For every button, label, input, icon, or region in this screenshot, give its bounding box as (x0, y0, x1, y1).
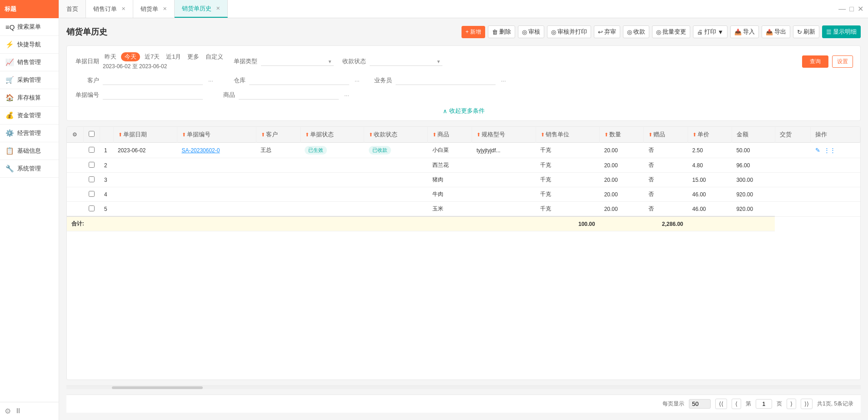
spec-column-header[interactable]: ⬆规格型号 (472, 127, 536, 143)
warehouse-dots[interactable]: ··· (355, 77, 360, 84)
gift-column-header[interactable]: ⬆赠品 (644, 127, 688, 143)
display-button[interactable]: ☰ 显示明细 (822, 25, 861, 38)
delete-button[interactable]: 🗑 删除 (488, 25, 515, 38)
export-button[interactable]: 📤 导出 (762, 25, 790, 38)
shortcut-more[interactable]: 更多 (186, 52, 201, 61)
refresh-button[interactable]: ↻ 刷新 (793, 25, 819, 38)
qty-column-header[interactable]: ⬆数量 (600, 127, 644, 143)
amount-cell: 920.00 (732, 187, 775, 202)
customer-column-header[interactable]: ⬆客户 (256, 127, 300, 143)
sidebar-item-system-mgmt[interactable]: 🔧 系统管理 (0, 160, 59, 178)
unit-price-column-header[interactable]: ⬆单价 (688, 127, 732, 143)
doc-number-cell[interactable] (177, 202, 256, 217)
sidebar-item-operations-mgmt[interactable]: ⚙️ 经营管理 (0, 125, 59, 142)
sidebar-item-sales-mgmt[interactable]: 📈 销售管理 (0, 54, 59, 71)
customer-input[interactable] (103, 76, 203, 85)
print-button[interactable]: 🖨 打印 ▼ (693, 25, 728, 38)
sidebar-item-label: 快捷导航 (17, 40, 41, 49)
row-checkbox[interactable] (89, 205, 95, 211)
settings-column-header[interactable]: ⚙ (67, 127, 83, 143)
payment-status-column-header[interactable]: ⬆收款状态 (364, 127, 428, 143)
select-all-checkbox[interactable] (89, 131, 95, 137)
tab-sales-goods[interactable]: 销货单 ✕ (133, 0, 175, 18)
doc-status-column-header[interactable]: ⬆单据状态 (300, 127, 364, 143)
last-page-button[interactable]: ⟩⟩ (801, 399, 813, 409)
salesperson-input[interactable] (396, 76, 496, 85)
minimize-button[interactable]: — (838, 5, 846, 13)
filter-customer-item: 客户 ··· (74, 76, 213, 85)
review-print-button[interactable]: ◎ 审核并打印 (547, 25, 591, 38)
shortcut-today[interactable]: 今天 (121, 52, 140, 61)
import-button[interactable]: 📥 导入 (730, 25, 759, 38)
payment-status-select[interactable] (370, 57, 442, 66)
tab-close-sales-history[interactable]: ✕ (216, 5, 220, 11)
doc-number-cell[interactable]: SA-20230602-0 (177, 143, 256, 158)
shortcut-7days[interactable]: 近7天 (143, 52, 161, 61)
page-number-input[interactable] (756, 399, 772, 409)
sidebar-item-label: 基础信息 (17, 147, 41, 155)
warehouse-input[interactable] (249, 76, 349, 85)
sidebar-item-inventory[interactable]: 🏠 库存核算 (0, 89, 59, 107)
first-page-button[interactable]: ⟨⟨ (715, 399, 727, 409)
sidebar-item-basic-info[interactable]: 📋 基础信息 (0, 142, 59, 160)
tab-sales-order[interactable]: 销售订单 ✕ (86, 0, 133, 18)
export-icon: 📤 (766, 29, 773, 35)
row-checkbox[interactable] (89, 191, 95, 197)
shortcut-1month[interactable]: 近1月 (164, 52, 183, 61)
tab-close-sales-order[interactable]: ✕ (121, 6, 125, 12)
tab-home[interactable]: 首页 (59, 0, 86, 18)
doc-date-column-header[interactable]: ⬆单据日期 (113, 127, 177, 143)
row-checkbox[interactable] (89, 176, 95, 182)
edit-action[interactable]: ✎ (815, 147, 820, 154)
sidebar-item-quick-nav[interactable]: ⚡ 快捷导航 (0, 36, 59, 54)
tab-close-sales-goods[interactable]: ✕ (163, 6, 167, 12)
checkbox-cell[interactable] (83, 202, 100, 217)
doc-number-column-header[interactable]: ⬆单据编号 (177, 127, 256, 143)
shortcut-custom[interactable]: 自定义 (204, 52, 225, 61)
shortcut-yesterday[interactable]: 昨天 (103, 52, 118, 61)
checkbox-column-header[interactable] (83, 127, 100, 143)
abandon-button[interactable]: ↩ 弃审 (594, 25, 620, 38)
close-window-button[interactable]: ✕ (858, 5, 863, 13)
doc-number-cell[interactable] (177, 173, 256, 187)
new-button[interactable]: + 新增 (462, 26, 485, 38)
goods-column-header[interactable]: ⬆商品 (428, 127, 472, 143)
checkbox-cell[interactable] (83, 187, 100, 202)
sidebar-item-finance-mgmt[interactable]: 💰 资金管理 (0, 107, 59, 125)
sidebar-item-search-menu[interactable]: ≡Q 搜索菜单 (0, 18, 59, 36)
checkbox-cell[interactable] (83, 158, 100, 173)
pause-icon[interactable]: ⏸ (15, 407, 22, 415)
next-page-button[interactable]: ⟩ (787, 399, 796, 409)
unit-column-header[interactable]: ⬆销售单位 (536, 127, 599, 143)
index-cell: 4 (100, 187, 113, 202)
prev-page-button[interactable]: ⟨ (732, 399, 741, 409)
salesperson-dots[interactable]: ··· (501, 77, 506, 84)
goods-dots[interactable]: ··· (344, 92, 349, 99)
checkbox-cell[interactable] (83, 173, 100, 187)
payment-status-cell (364, 158, 428, 173)
doc-number-cell[interactable] (177, 187, 256, 202)
review-button[interactable]: ◎ 审核 (518, 25, 544, 38)
settings-filter-button[interactable]: 设置 (832, 55, 853, 68)
doc-number-cell[interactable] (177, 158, 256, 173)
row-checkbox[interactable] (89, 147, 95, 153)
query-button[interactable]: 查询 (802, 55, 828, 68)
scrollbar-thumb[interactable] (112, 386, 203, 389)
more-action[interactable]: ⋮⋮ (824, 147, 836, 154)
per-page-select[interactable]: 50 10 20 100 (689, 399, 711, 409)
horizontal-scrollbar[interactable] (66, 385, 861, 389)
collapse-button[interactable]: ∧ 收起更多条件 (74, 105, 853, 117)
goods-input[interactable] (239, 90, 339, 100)
settings-bottom-icon[interactable]: ⚙ (5, 407, 11, 415)
doc-type-select[interactable] (261, 57, 334, 66)
batch-change-button[interactable]: ◎ 批量变更 (652, 25, 690, 38)
tab-sales-history[interactable]: 销货单历史 ✕ (175, 0, 228, 18)
sidebar-item-purchase-mgmt[interactable]: 🛒 采购管理 (0, 71, 59, 89)
collect-button[interactable]: ◎ 收款 (623, 25, 649, 38)
sort-icon: ⬆ (648, 132, 652, 137)
customer-dots[interactable]: ··· (208, 77, 213, 84)
row-checkbox[interactable] (89, 162, 95, 168)
doc-number-input[interactable] (103, 90, 203, 100)
maximize-button[interactable]: □ (849, 5, 854, 13)
checkbox-cell[interactable] (83, 143, 100, 158)
